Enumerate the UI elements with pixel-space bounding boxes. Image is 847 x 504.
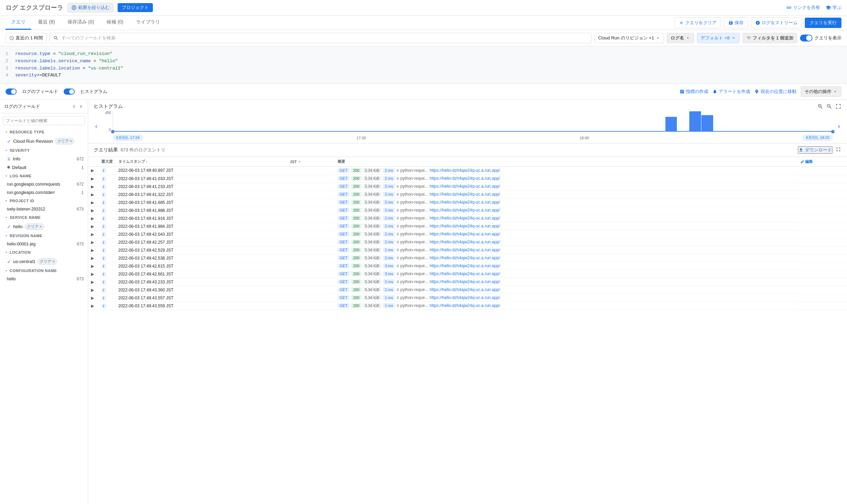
tab-candidate[interactable]: 候補 (0) [101,16,129,30]
prev-icon[interactable] [71,104,77,109]
row-summary-2: GET 200 5.34 KiB 2 ms ≡ python-reque... … [335,183,798,190]
sidebar-item-stderr-log[interactable]: run.googleapis.com/stderr 1 [0,188,88,197]
row-expand-12[interactable]: ▶ [88,262,99,270]
field-search-input[interactable] [3,116,85,125]
metrics-icon [680,89,684,94]
chevron-down-icon-12 [4,269,8,273]
tab-saved[interactable]: 保存済み (0) [62,16,100,30]
row-expand-3[interactable]: ▶ [88,190,99,198]
sidebar-item-config[interactable]: hello 673 [0,275,88,283]
share-link[interactable]: リンクを共有 [786,4,820,11]
jst-dropdown-icon[interactable] [297,160,302,164]
app-header: ログ エクスプローラ 範囲を絞り込む プロジェクト リンクを共有 学ぶ [0,0,847,16]
time-range-button[interactable]: 直近の 1 時間 [6,33,47,43]
run-query-button[interactable]: クエリを実行 [805,18,841,28]
sidebar-item-requests-log[interactable]: run.googleapis.com/requests 672 [0,180,88,188]
zoom-out-icon[interactable] [826,103,832,110]
row-expand-0[interactable]: ▶ [88,167,99,175]
section-log-name[interactable]: LOG NAME [0,172,88,180]
section-severity[interactable]: SEVERITY [0,146,88,155]
query-toggle[interactable] [800,35,812,41]
row-expand-15[interactable]: ▶ [88,286,99,294]
row-summary-8: GET 200 5.34 KiB 2 ms ≡ python-reque... … [335,230,798,238]
table-row: ▶ i 2022-06-03 17:49:42.661 JST GET 200 … [88,270,847,278]
row-expand-17[interactable]: ▶ [88,302,99,310]
download-button[interactable]: ダウンロード [798,146,832,154]
sidebar-item-hello-service[interactable]: ✓ hello クリア × [0,222,88,232]
row-edit-16 [798,294,847,302]
sidebar-nav-icons [71,104,84,109]
fields-toggle[interactable] [6,88,17,95]
search-bar[interactable]: すべてのフィールドを検索 [49,33,591,43]
section-revision-name[interactable]: REVISION NAME [0,232,88,240]
col-edit[interactable]: 編集 [798,157,847,167]
section-resource-type[interactable]: RESOURCE TYPE [0,128,88,136]
histogram-next-button[interactable]: › [836,111,841,141]
row-expand-2[interactable]: ▶ [88,183,99,190]
create-alert-button[interactable]: アラートを作成 [712,88,750,95]
create-metrics-button[interactable]: 指標の作成 [680,88,708,95]
sidebar-item-location[interactable]: ✓ us-central1 クリア × [0,256,88,267]
alert-icon [712,89,717,94]
histogram-toggle[interactable] [64,88,75,95]
section-project-id[interactable]: PROJECT ID [0,197,88,205]
clear-query-button[interactable]: クエリをクリア [674,17,721,28]
scope-button[interactable]: 範囲を絞り込む [67,3,113,12]
histogram-prev-button[interactable]: ‹ [94,111,99,141]
add-filter-button[interactable]: フィルタを 1 個追加 [743,33,797,43]
move-position-button[interactable]: 現在の位置に移動 [754,88,797,95]
table-row: ▶ i 2022-06-03 17:49:43.233 JST GET 200 … [88,278,847,286]
chevron-down-icon-10 [4,234,8,238]
row-expand-13[interactable]: ▶ [88,270,99,278]
row-expand-14[interactable]: ▶ [88,278,99,286]
log-name-button[interactable]: ログ名 [667,33,694,43]
zoom-in-icon[interactable] [817,103,823,110]
section-location[interactable]: LOCATION [0,248,88,256]
row-expand-9[interactable]: ▶ [88,238,99,246]
sidebar-item-cloud-run-revision[interactable]: ✓ Cloud Run Revision クリア × [0,136,88,146]
timeline-labels: 6月3日, 17:24 17:30 18:00 6月3日, 18:25 [113,134,833,141]
sidebar-item-info[interactable]: i Info 672 [0,155,88,163]
range-left-dot[interactable] [111,130,114,133]
row-summary-12: GET 200 5.34 KiB 3 ms ≡ python-reque... … [335,262,798,270]
row-expand-16[interactable]: ▶ [88,294,99,302]
learn-link[interactable]: 学ぶ [826,4,841,11]
row-expand-1[interactable]: ▶ [88,175,99,183]
save-icon [728,20,733,25]
tab-query[interactable]: クエリ [6,16,31,30]
col-jst[interactable]: JST [287,157,335,167]
row-expand-8[interactable]: ▶ [88,230,99,238]
row-summary-1: GET 200 5.34 KiB 2 ms ≡ python-reque... … [335,175,798,183]
row-expand-7[interactable]: ▶ [88,222,99,230]
other-operations-button[interactable]: その他の操作 [801,86,841,97]
svg-point-0 [72,6,76,10]
resource-filter-button[interactable]: Cloud Run のリビジョン +1 [595,33,664,43]
section-service-name[interactable]: SERVICE NAME [0,213,88,222]
project-button[interactable]: プロジェクト [118,3,153,12]
sidebar-item-revision[interactable]: hello-00001-jeg 673 [0,240,88,248]
range-right-dot[interactable] [831,130,835,133]
tab-library[interactable]: ライブラリ [130,16,166,30]
fit-icon[interactable] [835,103,841,110]
query-editor[interactable]: 1 resource.type = "cloud_run_revision" 2… [0,46,847,84]
toolbar: 直近の 1 時間 すべてのフィールドを検索 Cloud Run のリビジョン +… [0,30,847,46]
row-expand-11[interactable]: ▶ [88,254,99,262]
stream-button[interactable]: ログをストリーム [751,17,802,28]
sidebar-item-project[interactable]: ively-listener-293312 673 [0,205,88,213]
row-expand-6[interactable]: ▶ [88,214,99,222]
next-icon[interactable] [78,104,84,109]
row-expand-10[interactable]: ▶ [88,246,99,254]
expand-icon[interactable] [835,146,841,152]
row-jst-2 [287,183,335,190]
sidebar-item-default[interactable]: ✱ Default 1 [0,163,88,172]
row-expand-4[interactable]: ▶ [88,198,99,206]
clear-service-button[interactable]: クリア × [25,223,44,230]
clear-location-button[interactable]: クリア × [37,258,57,265]
tab-recent[interactable]: 最近 (8) [33,16,61,30]
default-filter-button[interactable]: デフォルト +8 [697,33,739,43]
row-expand-5[interactable]: ▶ [88,206,99,214]
clear-resource-button[interactable]: クリア × [55,138,74,144]
col-timestamp[interactable]: タイムスタンプ ↑ [116,157,287,167]
section-config-name[interactable]: CONFIGURATION NAME [0,267,88,275]
save-button[interactable]: 保存 [724,17,748,28]
